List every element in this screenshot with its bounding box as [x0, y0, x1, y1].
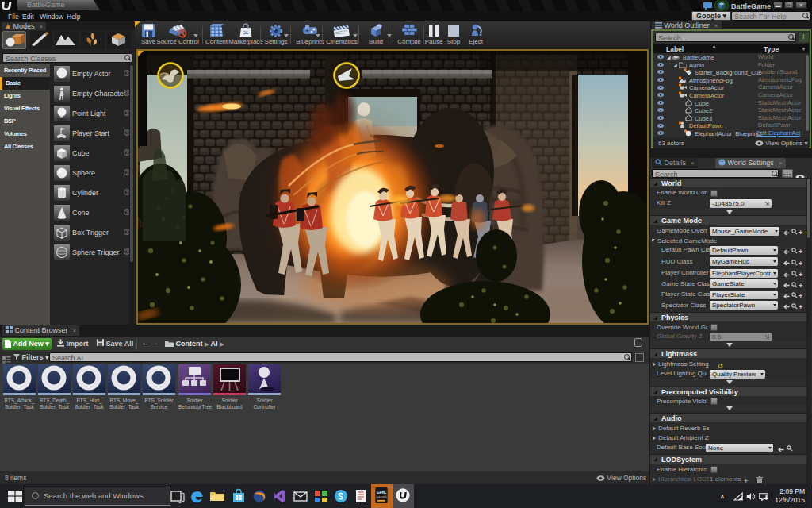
svg-text:EPIC: EPIC — [377, 490, 387, 495]
svg-text:GAMES: GAMES — [376, 495, 388, 499]
